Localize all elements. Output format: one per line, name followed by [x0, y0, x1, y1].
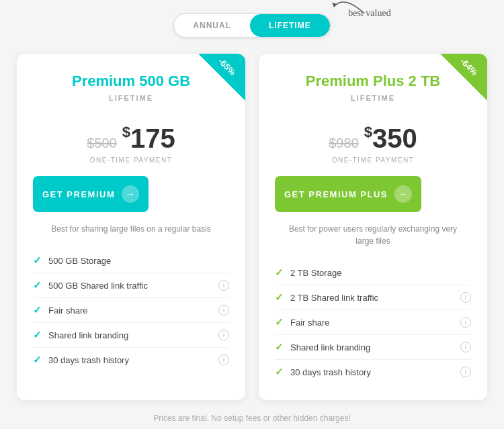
info-icon[interactable]: i	[218, 305, 229, 316]
annual-toggle-btn[interactable]: ANNUAL	[174, 14, 250, 37]
feature-text: 500 GB Storage	[48, 256, 229, 266]
check-icon: ✓	[275, 316, 284, 328]
feature-item: ✓ 500 GB Shared link traffic i	[33, 273, 229, 297]
feature-text: 30 days trash history	[290, 367, 454, 377]
price-old: $980	[329, 136, 359, 151]
cta-label: GET PREMIUM PLUS	[284, 189, 388, 199]
lifetime-toggle-btn[interactable]: LIFETIME	[250, 14, 330, 37]
card-price: $500 $175	[17, 124, 245, 154]
feature-item: ✓ 30 days trash history i	[33, 347, 229, 372]
feature-item: ✓ Fair share i	[33, 297, 229, 322]
check-icon: ✓	[33, 354, 42, 366]
feature-text: Fair share	[290, 318, 454, 328]
cta-arrow-icon: →	[122, 185, 139, 203]
info-icon[interactable]: i	[460, 342, 471, 352]
check-icon: ✓	[33, 279, 42, 291]
check-icon: ✓	[33, 304, 42, 316]
billing-toggle: ANNUAL LIFETIME best valued	[173, 13, 330, 38]
pricing-card-premium: -65% Premium 500 GB LIFETIME $500 $175 O…	[17, 54, 245, 400]
card-description: Best for sharing large files on a regula…	[17, 223, 245, 235]
feature-item: ✓ Shared link branding i	[275, 334, 471, 359]
cta-button[interactable]: GET PREMIUM →	[33, 176, 149, 212]
price-label: ONE-TIME PAYMENT	[17, 156, 245, 164]
feature-text: 2 TB Shared link traffic	[290, 293, 454, 303]
feature-text: Shared link branding	[48, 330, 212, 340]
price-new: $350	[364, 124, 417, 154]
card-description: Best for power users regularly exchangin…	[259, 223, 487, 247]
cta-arrow-icon: →	[394, 185, 412, 203]
feature-text: Shared link branding	[290, 342, 454, 352]
feature-list: ✓ 2 TB Storage ✓ 2 TB Shared link traffi…	[259, 260, 487, 384]
cta-label: GET PREMIUM	[42, 189, 115, 199]
feature-list: ✓ 500 GB Storage ✓ 500 GB Shared link tr…	[17, 248, 245, 372]
feature-item: ✓ 500 GB Storage	[33, 248, 229, 273]
info-icon[interactable]: i	[460, 367, 471, 377]
check-icon: ✓	[33, 254, 42, 267]
pricing-cards: -65% Premium 500 GB LIFETIME $500 $175 O…	[7, 54, 497, 400]
price-new: $175	[122, 124, 175, 154]
feature-item: ✓ 2 TB Shared link traffic i	[275, 285, 471, 309]
feature-text: Fair share	[48, 305, 212, 316]
price-label: ONE-TIME PAYMENT	[259, 156, 487, 164]
feature-item: ✓ 2 TB Storage	[275, 260, 471, 285]
feature-item: ✓ Fair share i	[275, 309, 471, 334]
feature-item: ✓ Shared link branding i	[33, 322, 229, 347]
footer-note: Prices are final. No setup fees or other…	[153, 414, 351, 423]
check-icon: ✓	[275, 291, 284, 303]
info-icon[interactable]: i	[460, 292, 471, 303]
feature-text: 500 GB Shared link traffic	[48, 281, 212, 291]
discount-badge: -64%	[440, 54, 487, 101]
card-price: $980 $350	[259, 124, 487, 154]
check-icon: ✓	[33, 329, 42, 341]
discount-badge: -65%	[198, 54, 245, 101]
price-old: $500	[87, 136, 117, 151]
feature-text: 30 days trash history	[48, 355, 212, 365]
info-icon[interactable]: i	[218, 280, 229, 291]
check-icon: ✓	[275, 366, 284, 378]
cta-button[interactable]: GET PREMIUM PLUS →	[275, 176, 421, 212]
check-icon: ✓	[275, 341, 284, 353]
check-icon: ✓	[275, 267, 284, 279]
feature-item: ✓ 30 days trash history i	[275, 359, 471, 384]
pricing-card-premium-plus: -64% Premium Plus 2 TB LIFETIME $980 $35…	[259, 54, 487, 400]
info-icon[interactable]: i	[218, 354, 229, 365]
info-icon[interactable]: i	[218, 330, 229, 340]
info-icon[interactable]: i	[460, 317, 471, 328]
feature-text: 2 TB Storage	[290, 268, 471, 278]
toggle-wrapper: ANNUAL LIFETIME	[173, 13, 330, 38]
best-valued-label: best valued	[348, 8, 390, 19]
